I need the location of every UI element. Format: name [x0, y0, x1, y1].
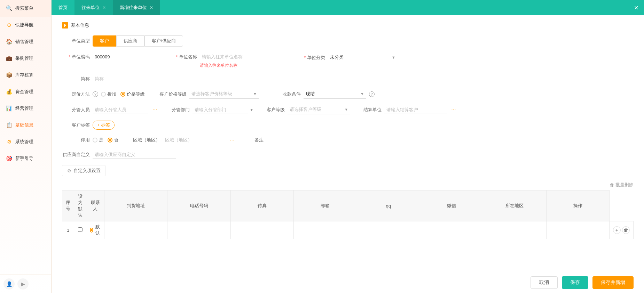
cancel-button[interactable]: 取消 — [531, 276, 558, 289]
short-name-input[interactable] — [93, 75, 176, 83]
manager-input[interactable] — [93, 106, 148, 114]
type-btn-customer[interactable]: 客户 — [93, 35, 116, 47]
sidebar-item-sales[interactable]: 🏠 销售管理 — [0, 33, 51, 50]
customer-grade-select[interactable]: 请选择客户等级 ▼ — [288, 105, 350, 114]
purchase-icon: 💼 — [6, 55, 13, 62]
discount-radio-circle — [101, 92, 106, 97]
row-region-input[interactable] — [546, 221, 609, 239]
disabled-radio-yes[interactable]: 是 — [93, 137, 103, 143]
tab-partners-close[interactable]: ✕ — [102, 5, 106, 10]
customer-tag-btn[interactable]: + 标签 — [93, 121, 115, 130]
row-add-btn[interactable]: + — [613, 226, 621, 234]
contact-table-section: 🗑 批量删除 序号 设为默认 联系人 到货地址 电话号码 传真 邮箱 qq — [62, 182, 634, 239]
unit-name-label: 单位名称 — [169, 54, 197, 60]
system-icon: ⚙ — [6, 138, 13, 145]
tab-new-partner-close[interactable]: ✕ — [150, 5, 153, 10]
row-address-input[interactable] — [167, 221, 230, 239]
default-radio[interactable]: 默认 — [90, 224, 101, 236]
row-fax-input[interactable] — [294, 221, 357, 239]
sidebar-item-quicknav[interactable]: ⊙ 快捷导航 — [0, 17, 51, 33]
unit-category-arrow: ▼ — [392, 55, 395, 59]
col-region: 所在地区 — [483, 190, 546, 221]
payment-terms-field: 收款条件 现结 ▼ ? — [273, 89, 375, 99]
custom-settings-button[interactable]: ⚙ 自定义项设置 — [62, 165, 106, 176]
row-email-input[interactable] — [357, 221, 420, 239]
tab-new-partner[interactable]: 新增往来单位 ✕ — [113, 0, 160, 15]
manager-field: 分管人员 ··· — [62, 106, 158, 114]
sidebar-item-inventory[interactable]: 📦 库存核算 — [0, 67, 51, 83]
sidebar-item-system[interactable]: ⚙ 系统管理 — [0, 133, 51, 150]
col-phone: 电话号码 — [167, 190, 230, 221]
payment-terms-select[interactable]: 现结 ▼ — [304, 89, 366, 99]
unit-name-field: 单位名称 请输入往来单位名称 — [169, 53, 283, 68]
row-contact-input[interactable] — [104, 221, 167, 239]
row-check-input[interactable] — [78, 227, 83, 232]
region-more-btn[interactable]: ··· — [228, 137, 236, 143]
bulk-delete-button[interactable]: 🗑 批量删除 — [610, 182, 634, 188]
disabled-radio-no[interactable]: 否 — [108, 137, 118, 143]
save-and-add-button[interactable]: 保存并新增 — [592, 276, 634, 289]
tab-bar-close-button[interactable]: ✕ — [634, 5, 638, 11]
unit-type-row: 单位类型 客户 供应商 客户/供应商 — [62, 35, 634, 47]
section-title: F 基本信息 — [62, 22, 634, 29]
col-seq: 序号 — [62, 190, 74, 221]
sidebar-item-finance[interactable]: 💰 资金管理 — [0, 83, 51, 100]
settlement-unit-label: 结算单位 — [361, 107, 382, 113]
col-contact: 联系人 — [86, 190, 104, 221]
save-button[interactable]: 保存 — [562, 276, 588, 289]
customer-grade-label: 客户等级 — [264, 107, 285, 113]
sidebar-item-newbie[interactable]: 🎯 新手引导 — [0, 150, 51, 167]
supplier-custom-label: 供应商自定义 — [62, 152, 90, 158]
sidebar-user-icon[interactable]: 👤 — [3, 278, 15, 290]
pricing-radio-level[interactable]: 价格等级 — [120, 91, 145, 97]
section-title-icon: F — [62, 22, 68, 29]
settlement-unit-more-btn[interactable]: ··· — [450, 107, 457, 113]
supplier-custom-input[interactable] — [93, 150, 176, 159]
contact-table: 序号 设为默认 联系人 到货地址 电话号码 传真 邮箱 qq 微信 所在地区 操… — [62, 190, 634, 239]
row-checkbox[interactable] — [74, 221, 86, 239]
customer-price-label: 客户价格等级 — [159, 91, 187, 97]
unit-category-field: 单位分类 未分类 ▼ — [297, 53, 398, 62]
pricing-label: 定价方法 — [62, 91, 90, 97]
settlement-unit-input[interactable] — [384, 106, 447, 114]
disabled-field: 停用 是 否 — [62, 137, 118, 143]
type-btn-supplier[interactable]: 供应商 — [116, 35, 144, 47]
payment-terms-help-icon[interactable]: ? — [369, 91, 375, 97]
tab-home[interactable]: 首页 — [52, 0, 74, 15]
bulk-delete-icon: 🗑 — [610, 182, 614, 188]
type-btn-both[interactable]: 客户/供应商 — [144, 35, 183, 47]
row-phone-input[interactable] — [230, 221, 293, 239]
unit-code-input[interactable] — [93, 53, 155, 61]
dept-input[interactable] — [193, 106, 248, 114]
region-label: 区域（地区） — [132, 137, 160, 143]
row-default: 默认 — [86, 221, 104, 239]
dept-arrow: ▼ — [250, 108, 253, 112]
sidebar-item-search[interactable]: 🔍 搜索菜单 — [0, 0, 51, 17]
region-input[interactable] — [163, 136, 226, 144]
col-action: 操作 — [546, 190, 609, 221]
sidebar-item-basic-info[interactable]: 📋 基础信息 — [0, 117, 51, 133]
unit-type-label: 单位类型 — [62, 38, 90, 44]
row-wechat-input[interactable] — [483, 221, 546, 239]
manager-more-btn[interactable]: ··· — [151, 107, 158, 113]
pricing-field: 定价方法 ? 折扣 价格等级 — [62, 91, 145, 97]
finance-icon: 💰 — [6, 88, 13, 95]
unit-name-input[interactable] — [200, 53, 283, 61]
unit-category-label: 单位分类 — [297, 55, 325, 61]
type-buttons: 客户 供应商 客户/供应商 — [93, 35, 183, 47]
pricing-radio-discount[interactable]: 折扣 — [101, 91, 116, 97]
unit-category-select[interactable]: 未分类 ▼ — [328, 53, 398, 62]
customer-price-select[interactable]: 请选择客户价格等级 ▼ — [189, 89, 259, 99]
row-delete-btn[interactable]: 🗑 — [622, 226, 630, 234]
col-qq: qq — [357, 190, 420, 221]
remark-input[interactable] — [266, 136, 371, 144]
customer-price-field: 客户价格等级 请选择客户价格等级 ▼ — [159, 89, 259, 99]
sidebar-expand-icon[interactable]: ▶ — [17, 278, 29, 290]
pricing-help-icon[interactable]: ? — [93, 91, 98, 97]
sidebar-item-operations[interactable]: 📊 经营管理 — [0, 100, 51, 117]
sidebar-item-purchase[interactable]: 💼 采购管理 — [0, 50, 51, 67]
row-qq-input[interactable] — [420, 221, 483, 239]
level-radio-circle — [120, 92, 125, 97]
customer-tag-row: 客户标签 + 标签 — [62, 121, 634, 130]
tab-partners[interactable]: 往来单位 ✕ — [74, 0, 113, 15]
